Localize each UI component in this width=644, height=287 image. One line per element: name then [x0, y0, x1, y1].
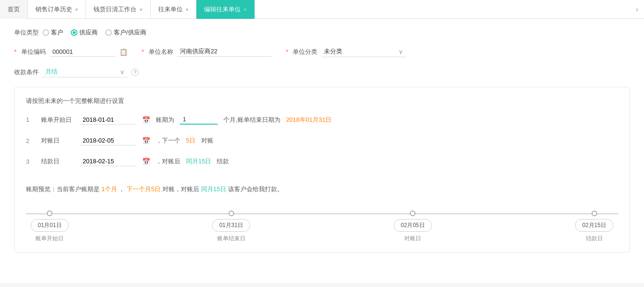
preview-sep1: ， — [119, 186, 125, 193]
tab-edit-partner-label: 编辑往来单位 — [204, 5, 241, 14]
radio-customer-label: 客户 — [51, 28, 63, 37]
tab-cash-work-label: 钱货日清工作台 — [93, 5, 136, 14]
tl-dot-1 — [229, 211, 234, 216]
unit-name-field: * 单位名称 — [142, 47, 271, 57]
payment-select[interactable]: 月结 ∨ — [42, 67, 127, 77]
row-1-label: 账单开始日 — [41, 116, 74, 124]
row-1-suffix1: 账期为 — [156, 116, 174, 124]
payment-date-calendar-icon[interactable]: 📅 — [142, 158, 150, 165]
tl-pill-3: 02月15日 — [575, 219, 613, 232]
reconcile-date-calendar-icon[interactable]: 📅 — [142, 137, 150, 144]
row-2-label: 对账日 — [41, 136, 74, 145]
unit-class-value: 未分类 — [324, 47, 397, 56]
tab-partner[interactable]: 往来单位 × — [151, 0, 196, 19]
period-end-date: 2018年01月31日 — [286, 116, 332, 124]
unit-code-star: * — [14, 48, 17, 55]
preview-section: 账期预览：当前客户账期是 1个月 ， 下一个月5日 对账，对账后 同月15日 该… — [26, 177, 618, 243]
radio-customer-circle — [42, 29, 49, 36]
panel-title: 请按照未来的一个完整帐期进行设置 — [26, 97, 618, 105]
tl-node-3: 02月15日 结款日 — [575, 207, 613, 243]
unit-class-select[interactable]: 未分类 ∨ — [321, 46, 406, 57]
radio-supplier-label: 供应商 — [79, 28, 98, 37]
unit-class-dropdown-icon: ∨ — [398, 48, 403, 55]
row-3-post: 结款 — [217, 157, 229, 166]
preview-prefix: 账期预览：当前客户账期是 — [26, 186, 100, 193]
tl-node-1: 01月31日 账单结束日 — [212, 207, 250, 243]
tab-partner-close[interactable]: × — [186, 7, 188, 12]
unit-name-input[interactable] — [177, 47, 271, 57]
row-3-highlight: 同月15日 — [186, 157, 211, 166]
unit-code-field: * 单位编码 📋 — [14, 47, 127, 57]
radio-both[interactable]: 客户/供应商 — [105, 28, 146, 37]
tab-sales-history-label: 销售订单历史 — [35, 5, 72, 14]
start-date-calendar-icon[interactable]: 📅 — [142, 116, 150, 124]
tl-label-2: 对账日 — [404, 235, 421, 243]
preview-part2: 下一个月5日 — [127, 186, 161, 193]
timeline-nodes: 01月01日 账单开始日 01月31日 账单结束日 02月05日 对账日 — [31, 207, 613, 243]
tab-edit-partner-close[interactable]: × — [244, 7, 246, 12]
tab-partner-label: 往来单位 — [158, 5, 183, 14]
unit-type-label: 单位类型 — [14, 28, 39, 37]
tab-sales-history[interactable]: 销售订单历史 × — [28, 0, 86, 19]
row-2-highlight: 5日 — [186, 136, 195, 145]
unit-code-icon[interactable]: 📋 — [119, 48, 127, 56]
radio-customer[interactable]: 客户 — [42, 28, 63, 37]
unit-name-star: * — [142, 48, 144, 55]
unit-type-radio-group: 客户 供应商 客户/供应商 — [42, 28, 146, 37]
preview-part1: 1个月 — [102, 186, 117, 193]
period-input[interactable] — [180, 115, 218, 125]
payment-label: 收款条件 — [14, 68, 39, 76]
radio-both-label: 客户/供应商 — [114, 28, 146, 37]
row-2-pre: ，下一个 — [156, 136, 180, 145]
tab-cash-work-close[interactable]: × — [139, 7, 142, 12]
preview-suffix: 该客户会给我打款。 — [228, 186, 283, 193]
radio-supplier[interactable]: 供应商 — [71, 28, 98, 37]
unit-type-field: 单位类型 客户 供应商 客户/供应商 — [14, 28, 146, 37]
tl-label-1: 账单结束日 — [217, 235, 246, 243]
reconcile-date-input[interactable] — [80, 136, 136, 145]
tab-home[interactable]: 首页 — [0, 0, 28, 19]
unit-code-input[interactable] — [50, 47, 116, 57]
row-2-num: 2 — [26, 137, 35, 144]
tl-dot-0 — [47, 211, 52, 216]
payment-date-input[interactable] — [80, 157, 136, 166]
panel-row-1: 1 账单开始日 📅 账期为 个月,账单结束日期为 2018年01月31日 — [26, 115, 618, 125]
payment-dropdown-icon: ∨ — [120, 68, 125, 76]
payment-row: 收款条件 月结 ∨ ? — [14, 67, 630, 77]
tab-more-button[interactable]: › — [630, 5, 644, 14]
radio-supplier-circle — [71, 29, 77, 36]
unit-class-star: * — [286, 48, 288, 55]
settings-panel: 请按照未来的一个完整帐期进行设置 1 账单开始日 📅 账期为 个月,账单结束日期… — [14, 87, 630, 253]
start-date-input[interactable] — [80, 115, 136, 125]
panel-row-2: 2 对账日 📅 ，下一个 5日 对账 — [26, 136, 618, 145]
tl-dot-3 — [592, 211, 597, 216]
row-2-post: 对账 — [201, 136, 213, 145]
row-1-suffix2: 个月,账单结束日期为 — [223, 116, 280, 124]
tl-pill-1: 01月31日 — [212, 219, 250, 232]
tl-label-3: 结款日 — [586, 235, 603, 243]
tab-edit-partner[interactable]: 编辑往来单位 × — [196, 0, 254, 19]
panel-row-3: 3 结款日 📅 ，对账后 同月15日 结款 — [26, 157, 618, 166]
radio-both-circle — [105, 29, 112, 36]
payment-value: 月结 — [45, 68, 118, 76]
row-3-num: 3 — [26, 158, 35, 165]
unit-code-label: 单位编码 — [21, 48, 46, 56]
unit-class-label: 单位分类 — [293, 48, 317, 56]
tl-pill-2: 02月05日 — [394, 219, 432, 232]
tab-sales-history-close[interactable]: × — [75, 7, 78, 12]
tab-bar: 首页 销售订单历史 × 钱货日清工作台 × 往来单位 × 编辑往来单位 × › — [0, 0, 644, 19]
tl-node-2: 02月05日 对账日 — [394, 207, 432, 243]
row-3-pre: ，对账后 — [156, 157, 180, 166]
preview-sep2: 对账，对账后 — [162, 186, 199, 193]
tab-home-label: 首页 — [8, 5, 20, 14]
tab-cash-work[interactable]: 钱货日清工作台 × — [86, 0, 150, 19]
row-3-label: 结款日 — [41, 157, 74, 166]
tl-label-0: 账单开始日 — [35, 235, 64, 243]
help-icon[interactable]: ? — [131, 68, 139, 76]
code-name-class-row: * 单位编码 📋 * 单位名称 * 单位分类 未分类 ∨ — [14, 46, 630, 57]
main-content: 单位类型 客户 供应商 客户/供应商 * 单位编码 — [0, 19, 644, 283]
tl-node-0: 01月01日 账单开始日 — [31, 207, 69, 243]
unit-class-field: * 单位分类 未分类 ∨ — [286, 46, 406, 57]
preview-part3: 同月15日 — [201, 186, 226, 193]
row-1-num: 1 — [26, 116, 35, 123]
